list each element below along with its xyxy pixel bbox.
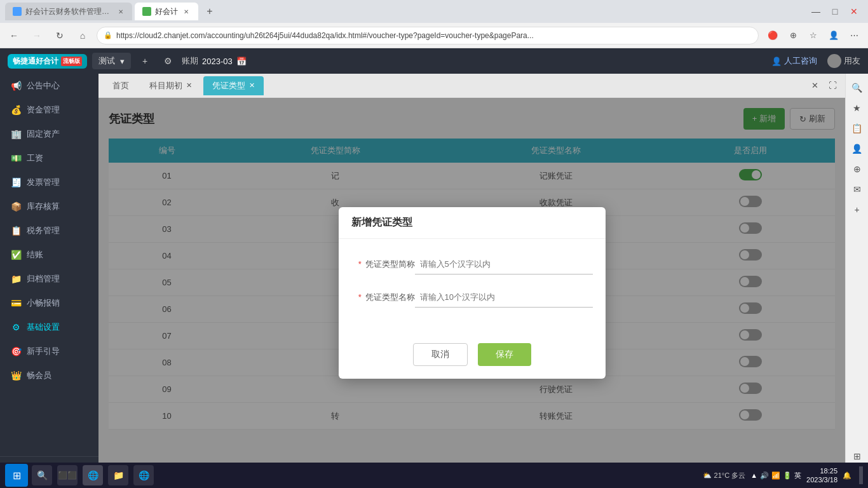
user-menu[interactable]: 用友 bbox=[827, 54, 860, 68]
bookmark-button[interactable]: ☆ bbox=[804, 27, 822, 44]
dialog-footer: 取消 保存 bbox=[339, 336, 606, 379]
user-label: 用友 bbox=[844, 55, 860, 67]
sidebar-label-expense: 小畅报销 bbox=[27, 297, 60, 309]
weather-icon: ⛅ bbox=[703, 471, 712, 480]
circle-right-button[interactable]: ⊕ bbox=[848, 160, 866, 178]
sidebar-label-settlement: 结账 bbox=[27, 249, 43, 261]
tab-close-1[interactable]: ✕ bbox=[118, 7, 125, 16]
profile-button[interactable]: 👤 bbox=[825, 27, 843, 44]
content-tabs-container: 首页科目期初✕凭证类型✕ bbox=[104, 76, 264, 95]
window-close-button[interactable]: ✕ bbox=[845, 3, 863, 20]
taskview-icon: ⬛⬛ bbox=[58, 471, 77, 480]
more-button[interactable]: ⋯ bbox=[845, 27, 863, 44]
content-tab-close-voucher_type[interactable]: ✕ bbox=[249, 81, 255, 90]
browser-tab-bar: 好会计云财务软件管理系统_会计 ✕ 好会计 ✕ + — □ ✕ bbox=[0, 0, 868, 23]
sidebar-item-expense[interactable]: 💳 小畅报销 bbox=[0, 291, 98, 315]
content-area: 首页科目期初✕凭证类型✕ ✕ ⛶ 凭证类型 + 新增 ↻ 刷新 编号 bbox=[98, 74, 845, 488]
mail-right-button[interactable]: ✉ bbox=[848, 180, 866, 198]
abbr-input[interactable] bbox=[415, 254, 593, 274]
sidebar-item-settlement[interactable]: ✅ 结账 bbox=[0, 243, 98, 267]
sidebar-item-tax[interactable]: 📋 税务管理 bbox=[0, 219, 98, 243]
sidebar-item-archive[interactable]: 📁 归档管理 bbox=[0, 267, 98, 291]
star-right-button[interactable]: ★ bbox=[848, 99, 866, 117]
sidebar-items-container: 📢 公告中心 💰 资金管理 🏢 固定资产 💵 工资 🧾 发票管理 📦 库存核算 … bbox=[0, 74, 98, 388]
start-button[interactable]: ⊞ bbox=[5, 464, 28, 487]
sidebar-item-inventory[interactable]: 📦 库存核算 bbox=[0, 194, 98, 219]
abbr-label: * 凭证类型简称 bbox=[351, 259, 415, 270]
task-right-button[interactable]: 📋 bbox=[848, 119, 866, 137]
share-button[interactable]: ⊕ bbox=[784, 27, 802, 44]
notification-button[interactable]: 🔔 bbox=[843, 471, 851, 480]
sidebar-item-member[interactable]: 👑 畅会员 bbox=[0, 363, 98, 388]
logo-text: 畅捷通好合计 bbox=[13, 56, 58, 67]
expand-panel-button[interactable]: ⛶ bbox=[825, 78, 840, 93]
sidebar-icon-settings: ⚙ bbox=[10, 322, 22, 333]
name-input[interactable] bbox=[415, 287, 593, 308]
search-taskbar-button[interactable]: 🔍 bbox=[32, 465, 52, 485]
tab-close-2[interactable]: ✕ bbox=[182, 7, 191, 16]
sidebar-label-guide: 新手引导 bbox=[27, 346, 60, 357]
content-tab-subject[interactable]: 科目期初✕ bbox=[140, 76, 201, 95]
sidebar-icon-settlement: ✅ bbox=[10, 249, 22, 261]
back-button[interactable]: ← bbox=[5, 27, 23, 44]
wifi-icon[interactable]: 📶 bbox=[771, 471, 780, 480]
network-icon[interactable]: ▲ bbox=[750, 471, 757, 479]
tab-label-1: 好会计云财务软件管理系统_会计 bbox=[25, 6, 114, 17]
home-button[interactable]: ⌂ bbox=[74, 27, 92, 44]
sidebar-icon-invoice: 🧾 bbox=[10, 177, 22, 188]
extensions-button[interactable]: 🔴 bbox=[764, 27, 782, 44]
browser-taskbar-button[interactable]: 🌐 bbox=[83, 465, 103, 485]
taskbar-system-icons: ▲ 🔊 📶 🔋 英 bbox=[750, 471, 801, 480]
save-button[interactable]: 保存 bbox=[478, 343, 531, 366]
speaker-icon[interactable]: 🔊 bbox=[760, 471, 769, 480]
content-tab-label-voucher_type: 凭证类型 bbox=[212, 80, 245, 92]
reload-button[interactable]: ↻ bbox=[51, 27, 69, 44]
explorer-taskbar-button[interactable]: 📁 bbox=[108, 465, 128, 485]
close-panel-button[interactable]: ✕ bbox=[807, 78, 822, 93]
tab-favicon-2 bbox=[142, 7, 151, 16]
explorer-icon: 📁 bbox=[113, 470, 124, 480]
sidebar-item-capital[interactable]: 💰 资金管理 bbox=[0, 98, 98, 122]
add-company-button[interactable]: + bbox=[136, 52, 154, 70]
search-right-button[interactable]: 🔍 bbox=[848, 79, 866, 97]
settings-button[interactable]: ⚙ bbox=[159, 52, 177, 70]
new-tab-button[interactable]: + bbox=[201, 3, 219, 20]
content-tab-home[interactable]: 首页 bbox=[104, 76, 138, 95]
app-header: 畅捷通好合计 流畅版 测试 ▾ + ⚙ 账期 2023-03 📅 👤 人工咨询 … bbox=[0, 48, 868, 74]
edge-taskbar-button[interactable]: 🌐 bbox=[133, 465, 154, 485]
battery-icon[interactable]: 🔋 bbox=[783, 471, 792, 480]
weather-widget: ⛅ 21°C 多云 bbox=[703, 471, 746, 480]
content-tab-voucher_type[interactable]: 凭证类型✕ bbox=[203, 76, 264, 95]
window-minimize-button[interactable]: — bbox=[807, 3, 825, 20]
logo-badge: 流畅版 bbox=[61, 57, 82, 66]
sidebar-label-invoice: 发票管理 bbox=[27, 177, 60, 188]
sidebar-item-assets[interactable]: 🏢 固定资产 bbox=[0, 122, 98, 146]
period-value: 2023-03 bbox=[202, 57, 233, 66]
sidebar-item-guide[interactable]: 🎯 新手引导 bbox=[0, 339, 98, 363]
user-avatar bbox=[827, 54, 841, 68]
cancel-button[interactable]: 取消 bbox=[413, 343, 468, 366]
period-info: 账期 2023-03 📅 bbox=[182, 55, 247, 67]
sidebar-item-invoice[interactable]: 🧾 发票管理 bbox=[0, 170, 98, 194]
sidebar-icon-tax: 📋 bbox=[10, 225, 22, 236]
browser-tab-1[interactable]: 好会计云财务软件管理系统_会计 ✕ bbox=[5, 3, 132, 20]
form-row-name: * 凭证类型名称 bbox=[351, 287, 593, 308]
company-selector[interactable]: 测试 ▾ bbox=[92, 53, 131, 69]
sidebar-item-settings[interactable]: ⚙ 基础设置 bbox=[0, 315, 98, 339]
clock-time: 18:25 bbox=[806, 466, 837, 475]
new-voucher-type-dialog: 新增凭证类型 * 凭证类型简称 * 凭证类型名称 bbox=[339, 207, 606, 379]
url-bar[interactable]: 🔒 https://cloud2.chanjet.com/accounting/… bbox=[97, 27, 759, 44]
browser-tab-2[interactable]: 好会计 ✕ bbox=[135, 3, 198, 20]
consultation-button[interactable]: 👤 人工咨询 bbox=[771, 55, 817, 67]
task-view-button[interactable]: ⬛⬛ bbox=[57, 465, 78, 485]
forward-button[interactable]: → bbox=[28, 27, 46, 44]
window-maximize-button[interactable]: □ bbox=[826, 3, 844, 20]
sidebar-item-notice[interactable]: 📢 公告中心 bbox=[0, 74, 98, 98]
sidebar-icon-member: 👑 bbox=[10, 370, 22, 381]
person-right-button[interactable]: 👤 bbox=[848, 140, 866, 158]
sidebar-label-salary: 工资 bbox=[27, 152, 43, 164]
content-tab-close-subject[interactable]: ✕ bbox=[186, 81, 192, 90]
show-desktop-button[interactable] bbox=[859, 466, 863, 484]
plus-right-button[interactable]: + bbox=[848, 201, 866, 219]
sidebar-item-salary[interactable]: 💵 工资 bbox=[0, 146, 98, 170]
